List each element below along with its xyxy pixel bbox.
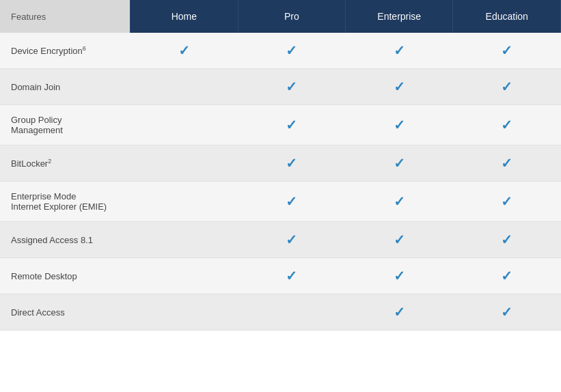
checkmark-icon: ✓ xyxy=(394,43,405,58)
enterprise-header: Enterprise xyxy=(346,0,453,33)
checkmark-icon: ✓ xyxy=(501,232,512,247)
enterprise-cell: ✓ xyxy=(346,145,453,182)
education-cell: ✓ xyxy=(453,69,561,105)
table-row: Group PolicyManagement✓✓✓ xyxy=(0,105,561,145)
enterprise-cell: ✓ xyxy=(346,69,453,105)
table-row: Direct Access✓✓ xyxy=(0,294,561,331)
checkmark-icon: ✓ xyxy=(501,43,512,58)
checkmark-icon: ✓ xyxy=(501,194,512,209)
home-cell xyxy=(131,105,238,145)
pro-cell: ✓ xyxy=(238,258,345,294)
home-cell xyxy=(131,258,238,294)
pro-cell xyxy=(238,294,345,331)
enterprise-cell: ✓ xyxy=(346,222,453,258)
checkmark-icon: ✓ xyxy=(178,43,190,58)
feature-name: Device Encryption6 xyxy=(0,33,131,69)
checkmark-icon: ✓ xyxy=(286,156,297,171)
feature-name: Enterprise ModeInternet Explorer (EMIE) xyxy=(0,182,131,222)
feature-name: Remote Desktop xyxy=(0,258,131,294)
feature-name: Assigned Access 8.1 xyxy=(0,222,131,258)
header-row: Features Home Pro Enterprise Education xyxy=(0,0,561,33)
pro-cell: ✓ xyxy=(238,33,345,69)
checkmark-icon: ✓ xyxy=(394,156,405,171)
checkmark-icon: ✓ xyxy=(286,194,297,209)
checkmark-icon: ✓ xyxy=(394,117,405,132)
table-row: Assigned Access 8.1✓✓✓ xyxy=(0,222,561,258)
table-row: Enterprise ModeInternet Explorer (EMIE)✓… xyxy=(0,182,561,222)
feature-name: Direct Access xyxy=(0,294,131,331)
education-header: Education xyxy=(453,0,561,33)
pro-cell: ✓ xyxy=(238,69,345,105)
enterprise-cell: ✓ xyxy=(346,258,453,294)
home-header: Home xyxy=(131,0,238,33)
enterprise-cell: ✓ xyxy=(346,182,453,222)
checkmark-icon: ✓ xyxy=(501,156,512,171)
home-cell xyxy=(131,182,238,222)
home-cell xyxy=(131,222,238,258)
education-cell: ✓ xyxy=(453,145,561,182)
education-cell: ✓ xyxy=(453,294,561,331)
education-cell: ✓ xyxy=(453,222,561,258)
checkmark-icon: ✓ xyxy=(286,268,297,283)
table-row: Device Encryption6✓✓✓✓ xyxy=(0,33,561,69)
checkmark-icon: ✓ xyxy=(286,117,297,132)
pro-cell: ✓ xyxy=(238,145,345,182)
features-header: Features xyxy=(0,0,131,33)
checkmark-icon: ✓ xyxy=(394,268,405,283)
pro-cell: ✓ xyxy=(238,182,345,222)
home-cell: ✓ xyxy=(131,33,238,69)
checkmark-icon: ✓ xyxy=(394,305,405,320)
feature-name: Domain Join xyxy=(0,69,131,105)
education-cell: ✓ xyxy=(453,33,561,69)
checkmark-icon: ✓ xyxy=(501,117,512,132)
checkmark-icon: ✓ xyxy=(286,79,297,94)
education-cell: ✓ xyxy=(453,182,561,222)
checkmark-icon: ✓ xyxy=(501,305,512,320)
checkmark-icon: ✓ xyxy=(394,232,405,247)
checkmark-icon: ✓ xyxy=(501,268,512,283)
checkmark-icon: ✓ xyxy=(286,232,297,247)
home-cell xyxy=(131,294,238,331)
checkmark-icon: ✓ xyxy=(501,79,512,94)
table-row: BitLocker2✓✓✓ xyxy=(0,145,561,182)
checkmark-icon: ✓ xyxy=(394,194,405,209)
checkmark-icon: ✓ xyxy=(394,79,405,94)
home-cell xyxy=(131,145,238,182)
feature-name: Group PolicyManagement xyxy=(0,105,131,145)
pro-cell: ✓ xyxy=(238,222,345,258)
home-cell xyxy=(131,69,238,105)
table-row: Domain Join✓✓✓ xyxy=(0,69,561,105)
feature-name: BitLocker2 xyxy=(0,145,131,182)
pro-cell: ✓ xyxy=(238,105,345,145)
pro-header: Pro xyxy=(238,0,345,33)
features-table: Features Home Pro Enterprise Education D… xyxy=(0,0,561,331)
education-cell: ✓ xyxy=(453,105,561,145)
checkmark-icon: ✓ xyxy=(286,43,297,58)
table-row: Remote Desktop✓✓✓ xyxy=(0,258,561,294)
enterprise-cell: ✓ xyxy=(346,294,453,331)
enterprise-cell: ✓ xyxy=(346,33,453,69)
education-cell: ✓ xyxy=(453,258,561,294)
enterprise-cell: ✓ xyxy=(346,105,453,145)
